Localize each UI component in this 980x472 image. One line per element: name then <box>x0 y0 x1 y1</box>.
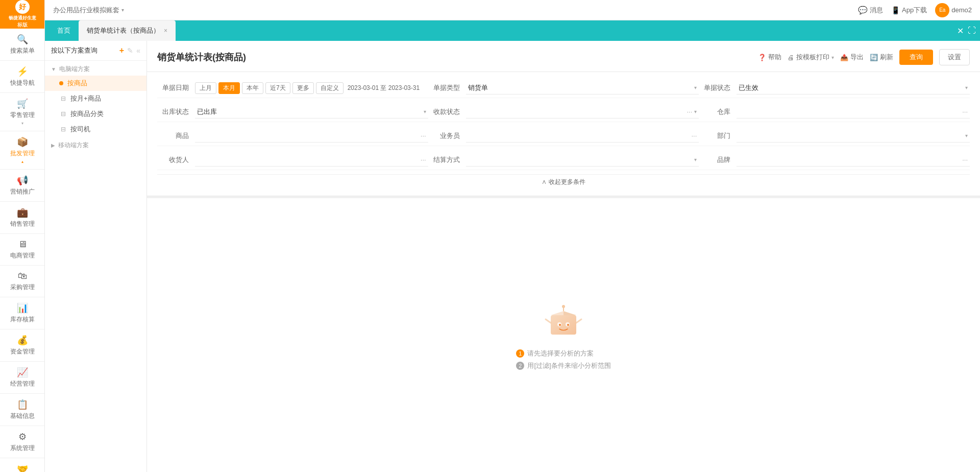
collapse-filter-btn[interactable]: ∧ 收起更多条件 <box>157 174 970 190</box>
tree-node-label-by-month-goods: 按月+商品 <box>70 94 101 103</box>
filter-row-3: 商品 ··· 业务员 ··· 部门 ▾ <box>157 126 970 146</box>
sidebar-item-label-sales: 销售管理 <box>10 220 35 228</box>
print-icon: 🖨 <box>788 54 794 61</box>
salesperson-ellipsis[interactable]: ··· <box>691 132 697 139</box>
finance-icon: 💰 <box>17 335 28 346</box>
tab-close-window[interactable]: ✕ <box>957 26 964 36</box>
page-header-top: 销货单统计表(按商品) ❓ 帮助 🖨 按模板打印 ▾ 📤 <box>157 49 970 65</box>
message-btn[interactable]: 💬 消息 <box>858 6 883 15</box>
brand-ellipsis[interactable]: ··· <box>962 156 968 163</box>
sidebar-item-sales[interactable]: 💼 销售管理 <box>0 202 45 234</box>
tab-maximize-window[interactable]: ⛶ <box>968 26 976 35</box>
sidebar-item-label-purchase: 采购管理 <box>10 283 35 292</box>
edit-scheme-btn[interactable]: ✎ <box>127 46 133 55</box>
department-dropdown-icon[interactable]: ▾ <box>965 133 968 138</box>
active-dot-icon <box>59 81 63 85</box>
sidebar-item-label-inventory: 库存核算 <box>10 315 35 324</box>
filter-payment-status-label: 收款状态 <box>428 107 464 116</box>
industry-label: 办公用品行业模拟账套 <box>53 6 119 15</box>
sidebar-item-marketing[interactable]: 📢 营销推广 <box>0 170 45 202</box>
export-icon: 📤 <box>840 54 848 61</box>
filter-salesperson-cell: 业务员 ··· <box>428 126 699 146</box>
svg-line-10 <box>576 319 581 323</box>
doc-type-dropdown-icon[interactable]: ▾ <box>694 85 697 90</box>
empty-text: 1 请先选择要分析的方案 2 用[过滤]条件来缩小分析范围 <box>516 349 610 370</box>
doc-status-value: 已生效 <box>739 83 963 92</box>
sidebar-item-enterprise[interactable]: 🤝 企业协同 <box>0 458 45 472</box>
sidebar-item-finance[interactable]: 💰 资金管理 <box>0 329 45 362</box>
payment-status-ellipsis[interactable]: ··· <box>687 108 692 115</box>
tree-label-mobile: 移动端方案 <box>58 141 89 150</box>
user-menu[interactable]: Ea demo2 <box>935 3 972 17</box>
sidebar-item-retail[interactable]: 🛒 零售管理 ▾ <box>0 93 45 131</box>
sidebar-item-ecommerce[interactable]: 🖥 电商管理 <box>0 234 45 266</box>
this-month-btn[interactable]: 本月 <box>218 82 240 94</box>
this-year-btn[interactable]: 本年 <box>242 82 263 94</box>
warehouse-ellipsis[interactable]: ··· <box>962 108 968 115</box>
last7-btn[interactable]: 近7天 <box>265 82 290 94</box>
sidebar-item-system[interactable]: ⚙ 系统管理 <box>0 426 45 458</box>
refresh-btn[interactable]: 🔄 刷新 <box>870 53 893 62</box>
step-1-num: 1 <box>516 349 524 358</box>
user-name: demo2 <box>951 6 972 14</box>
settings-button[interactable]: 设置 <box>939 49 970 65</box>
payment-status-dropdown-icon[interactable]: ▾ <box>694 109 697 114</box>
last-month-btn[interactable]: 上月 <box>195 82 216 94</box>
sidebar-item-quick-nav[interactable]: ⚡ 快捷导航 <box>0 61 45 93</box>
custom-date-btn[interactable]: 自定义 <box>316 82 344 94</box>
filter-payment-method-cell: 结算方式 ▾ <box>428 150 699 170</box>
sidebar-item-label-basic: 基础信息 <box>10 412 35 420</box>
left-panel-title: 按以下方案查询 <box>51 46 97 55</box>
tab-bar-actions: ✕ ⛶ <box>957 26 976 36</box>
out-status-dropdown-icon[interactable]: ▾ <box>424 109 426 114</box>
app-logo: 好 畅捷通好生意 标版 <box>0 0 45 29</box>
tree-node-by-driver[interactable]: ⊟ 按司机 <box>45 122 146 137</box>
tree-node-by-goods[interactable]: 按商品 <box>45 76 146 91</box>
help-btn[interactable]: ❓ 帮助 <box>758 53 781 62</box>
retail-icon: 🛒 <box>17 98 28 109</box>
sidebar-item-operation[interactable]: 📈 经营管理 <box>0 362 45 394</box>
sidebar-menu: 🔍 搜索菜单 ⚡ 快捷导航 🛒 零售管理 ▾ 📦 批发管理 ▴ 📢 营销推广 💼… <box>0 29 45 472</box>
filter-warehouse-label: 仓库 <box>699 107 734 116</box>
main-area: 办公用品行业模拟账套 ▾ 💬 消息 📱 App下载 Ea demo2 首页 <box>45 0 980 472</box>
tree-group-desktop: ▼ 电脑端方案 <box>45 61 146 76</box>
sidebar-item-wholesale[interactable]: 📦 批发管理 ▴ <box>0 131 45 170</box>
query-button[interactable]: 查询 <box>899 50 933 65</box>
user-avatar: Ea <box>935 3 949 17</box>
empty-state: 1 请先选择要分析的方案 2 用[过滤]条件来缩小分析范围 <box>147 198 980 472</box>
tab-home[interactable]: 首页 <box>49 20 79 41</box>
add-scheme-btn[interactable]: + <box>119 46 124 55</box>
tab-active[interactable]: 销货单统计表（按商品） × <box>79 20 176 41</box>
more-date-btn[interactable]: 更多 <box>292 82 314 94</box>
empty-step2-label: 用[过滤]条件来缩小分析范围 <box>527 361 610 370</box>
filter-area: 单据日期 上月 本月 本年 近7天 更多 自定义 2023-03-01 至 20… <box>147 72 980 196</box>
tab-home-label: 首页 <box>57 26 70 35</box>
sidebar-item-purchase[interactable]: 🛍 采购管理 <box>0 266 45 297</box>
left-panel-header: 按以下方案查询 + ✎ « <box>45 41 146 61</box>
tab-close-icon[interactable]: × <box>164 27 167 34</box>
print-btn[interactable]: 🖨 按模板打印 ▾ <box>788 53 834 62</box>
search-menu-icon: 🔍 <box>17 34 28 45</box>
goods-ellipsis[interactable]: ··· <box>421 132 426 139</box>
node-icon-month: ⊟ <box>59 95 67 102</box>
wholesale-icon: 📦 <box>17 136 28 148</box>
print-arrow: ▾ <box>831 55 834 60</box>
payment-method-dropdown-icon[interactable]: ▾ <box>694 157 697 162</box>
svg-marker-1 <box>551 311 564 315</box>
sidebar-item-basic[interactable]: 📋 基础信息 <box>0 394 45 426</box>
sidebar-item-label-operation: 经营管理 <box>10 380 35 388</box>
filter-out-status-cell: 出库状态 已出库 ▾ <box>157 102 428 122</box>
doc-status-dropdown-icon[interactable]: ▾ <box>965 85 968 90</box>
refresh-label: 刷新 <box>880 53 893 62</box>
export-btn[interactable]: 📤 导出 <box>840 53 864 62</box>
node-icon-driver: ⊟ <box>59 126 67 133</box>
sidebar-item-search[interactable]: 🔍 搜索菜单 <box>0 29 45 61</box>
filter-date-cell: 单据日期 上月 本月 本年 近7天 更多 自定义 2023-03-01 至 20… <box>157 78 428 98</box>
collapse-panel-btn[interactable]: « <box>136 46 140 55</box>
tree-node-by-month-goods[interactable]: ⊟ 按月+商品 <box>45 91 146 106</box>
app-download-btn[interactable]: 📱 App下载 <box>891 6 927 15</box>
sidebar-item-inventory[interactable]: 📊 库存核算 <box>0 297 45 329</box>
receiver-ellipsis[interactable]: ··· <box>421 156 426 163</box>
basic-icon: 📋 <box>17 399 28 410</box>
tree-node-by-category[interactable]: ⊟ 按商品分类 <box>45 106 146 122</box>
